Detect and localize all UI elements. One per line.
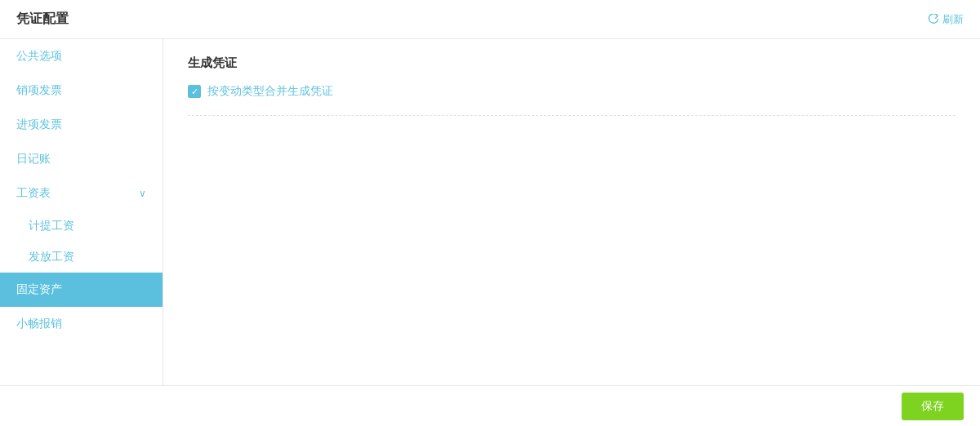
sidebar-item-payroll-label: 工资表 [16, 186, 51, 201]
sidebar-item-calc-payroll[interactable]: 计提工资 [0, 211, 163, 242]
page-title: 凭证配置 [16, 11, 69, 28]
page-footer: 保存 [0, 385, 980, 426]
refresh-button[interactable]: 刷新 [928, 12, 964, 27]
sidebar-item-journal[interactable]: 日记账 [0, 142, 163, 176]
checkmark-icon: ✓ [191, 87, 198, 96]
section-title: 生成凭证 [188, 55, 956, 71]
merge-checkbox[interactable]: ✓ [188, 85, 201, 98]
main-content: 生成凭证 ✓ 按变动类型合并生成凭证 [163, 39, 980, 385]
sidebar-item-public-label: 公共选项 [16, 49, 62, 64]
sidebar-item-purchase-invoice[interactable]: 进项发票 [0, 108, 163, 142]
refresh-icon [928, 14, 939, 25]
sidebar-item-expense-label: 小畅报销 [16, 317, 62, 331]
divider [188, 115, 956, 116]
page-header: 凭证配置 刷新 [0, 0, 980, 39]
content-wrapper: 公共选项 销项发票 进项发票 日记账 工资表 ∨ 计提工资 发放工资 固定资产 … [0, 39, 980, 385]
refresh-label: 刷新 [942, 12, 964, 27]
sidebar-item-fixed-assets[interactable]: 固定资产 [0, 273, 163, 307]
chevron-down-icon: ∨ [139, 188, 146, 199]
sidebar-item-sales-invoice[interactable]: 销项发票 [0, 73, 163, 108]
sidebar-item-public[interactable]: 公共选项 [0, 39, 163, 73]
sidebar-item-purchase-invoice-label: 进项发票 [16, 118, 62, 132]
sidebar-item-payroll[interactable]: 工资表 ∨ [0, 176, 163, 211]
sidebar-item-calc-payroll-label: 计提工资 [29, 219, 74, 232]
merge-checkbox-label[interactable]: 按变动类型合并生成凭证 [207, 84, 333, 99]
save-button[interactable]: 保存 [902, 393, 964, 420]
sidebar: 公共选项 销项发票 进项发票 日记账 工资表 ∨ 计提工资 发放工资 固定资产 … [0, 39, 163, 385]
sidebar-item-issue-payroll-label: 发放工资 [29, 250, 74, 263]
sidebar-item-expense[interactable]: 小畅报销 [0, 307, 163, 341]
sidebar-item-fixed-assets-label: 固定资产 [16, 282, 62, 297]
sidebar-item-journal-label: 日记账 [16, 152, 51, 166]
sidebar-item-issue-payroll[interactable]: 发放工资 [0, 242, 163, 273]
sidebar-item-sales-invoice-label: 销项发票 [16, 83, 62, 98]
generate-voucher-row: ✓ 按变动类型合并生成凭证 [188, 84, 956, 99]
